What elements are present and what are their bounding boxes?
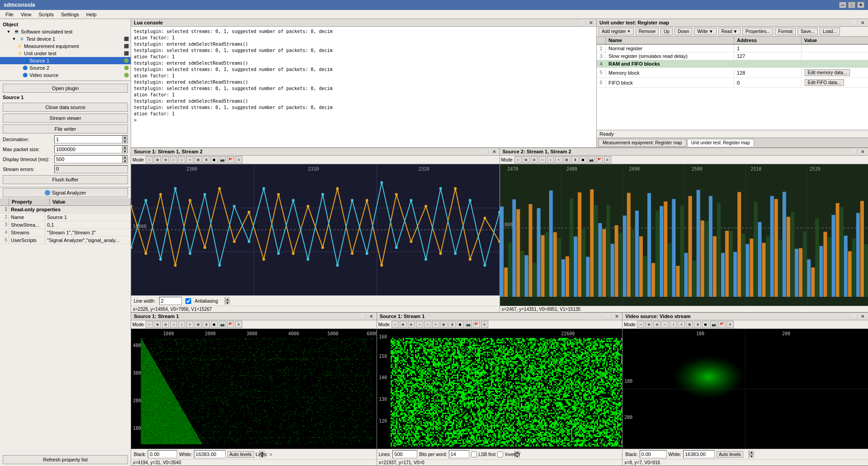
decimation-down[interactable]: ▼ — [122, 139, 127, 143]
chart3-tool-cam[interactable]: 📷 — [219, 321, 226, 328]
chart4-bits-input[interactable]: ▲ ▼ — [449, 450, 469, 458]
edit-fifo-button[interactable]: Edit FIFO data... — [805, 79, 844, 86]
line-width-up[interactable]: ▲ — [225, 297, 230, 301]
chart5-tool-flag[interactable]: 🚩 — [718, 321, 726, 328]
close-button[interactable]: ✕ — [857, 2, 864, 8]
write-button[interactable]: Write ▼ — [694, 28, 716, 35]
chart2-tool-4[interactable]: ↔ — [539, 156, 546, 163]
chart5-tool-6[interactable]: + — [678, 321, 685, 328]
chart3-tool-flag[interactable]: 🚩 — [227, 321, 234, 328]
chart5-tool-1[interactable]: ↔ — [637, 321, 644, 328]
display-timeout-input[interactable]: ▲ ▼ — [54, 155, 128, 163]
max-packet-input[interactable]: ▲ ▼ — [54, 145, 128, 153]
menu-help[interactable]: Help — [83, 11, 100, 18]
chart1-tool-4[interactable]: ↔ — [170, 156, 177, 163]
chart3-black-input[interactable]: ▲ ▼ — [148, 450, 177, 458]
display-timeout-up[interactable]: ▲ — [122, 156, 127, 159]
line-width-down[interactable]: ▼ — [225, 301, 230, 305]
register-detach-icon[interactable]: ⬜ — [851, 20, 858, 25]
decimation-up[interactable]: ▲ — [122, 136, 127, 139]
format-button[interactable]: Format — [775, 28, 796, 35]
chart5-tool-cam[interactable]: 📷 — [710, 321, 717, 328]
chart1-tool-3[interactable]: ⊖ — [162, 156, 169, 163]
chart3-tool-2[interactable]: ⊕ — [154, 321, 161, 328]
chart3-tool-stop[interactable]: ⏹ — [211, 321, 218, 328]
line-width-input[interactable]: ▲ ▼ — [159, 297, 182, 305]
chart4-tool-2[interactable]: ⊕ — [400, 321, 407, 328]
edit-memory-button[interactable]: Edit memory data... — [805, 69, 850, 76]
register-close-icon[interactable]: ✕ — [860, 20, 865, 25]
display-timeout-down[interactable]: ▼ — [122, 159, 127, 163]
open-plugin-button[interactable]: Open plugin — [3, 84, 128, 93]
chart4-tool-7[interactable]: ⊞ — [440, 321, 448, 328]
chart5-tool-stop[interactable]: ⏹ — [702, 321, 709, 328]
flush-buffer-button[interactable]: Flush buffer — [3, 175, 128, 184]
chart2-tool-stop[interactable]: ⏹ — [580, 156, 587, 163]
chart4-lines-input[interactable]: ▲ ▼ — [392, 450, 417, 458]
tree-item-unit[interactable]: ⚡ Unit under test ⬛ — [0, 50, 131, 57]
chart3-tool-pause[interactable]: ⏸ — [203, 321, 210, 328]
invert-y-checkbox[interactable] — [497, 452, 503, 457]
chart4-tool-4[interactable]: ↔ — [416, 321, 423, 328]
reg-row-2[interactable]: 2 Normal register 1 — [597, 45, 868, 52]
tree-item-source2[interactable]: 🔵 Source 2 🟢 — [0, 64, 131, 71]
chart4-close[interactable]: ✕ — [614, 314, 619, 319]
chart5-auto-levels[interactable]: Auto levels — [717, 451, 743, 458]
chart4-tool-1[interactable]: ↔ — [392, 321, 399, 328]
chart5-tool-stream[interactable]: ≡ — [726, 321, 734, 328]
menu-view[interactable]: View — [17, 11, 35, 18]
file-writer-button[interactable]: File writer — [3, 124, 128, 133]
reg-row-5[interactable]: 5 Memory block 128 Edit memory data... — [597, 68, 868, 78]
decimation-value[interactable] — [55, 136, 122, 143]
menu-file[interactable]: File — [2, 11, 17, 18]
chart3-tool-1[interactable]: ↔ — [146, 321, 153, 328]
chart3-tool-6[interactable]: + — [186, 321, 193, 328]
chart5-tool-3[interactable]: ⊖ — [653, 321, 660, 328]
register-tab-measurement[interactable]: Measurement equipment: Register map — [599, 139, 686, 147]
load-button[interactable]: Load... — [820, 28, 840, 35]
chart5-white-input[interactable]: ▲ ▼ — [683, 450, 715, 458]
chart4-tool-flag[interactable]: 🚩 — [473, 321, 480, 328]
chart5-tool-7[interactable]: ⊞ — [686, 321, 693, 328]
chart1-tool-stream[interactable]: ≡ — [235, 156, 242, 163]
chart2-tool-2[interactable]: ⊕ — [523, 156, 530, 163]
lua-close-icon[interactable]: ✕ — [588, 20, 594, 25]
chart2-detach[interactable]: ⬜ — [851, 149, 858, 154]
signal-analyzer-button[interactable]: Signal Analyzer — [3, 188, 128, 197]
max-packet-down[interactable]: ▼ — [122, 149, 127, 153]
chart5-tool-4[interactable]: ↔ — [661, 321, 669, 328]
chart1-detach[interactable]: ⬜ — [482, 149, 490, 154]
chart5-white-down[interactable]: ▼ — [749, 454, 754, 458]
lsb-first-checkbox[interactable] — [471, 452, 477, 457]
up-button[interactable]: Up — [660, 28, 673, 35]
read-button[interactable]: Read ▼ — [718, 28, 741, 35]
reg-row-6[interactable]: 6 FIFO block 0 Edit FIFO data... — [597, 78, 868, 88]
chart3-tool-stream[interactable]: ≡ — [235, 321, 242, 328]
add-register-button[interactable]: Add register ▼ — [599, 28, 634, 35]
down-button[interactable]: Down — [675, 28, 693, 35]
display-timeout-value[interactable] — [55, 156, 122, 163]
tree-item-software-test[interactable]: ▼ 💻 Software simulated test — [0, 28, 131, 35]
chart4-tool-6[interactable]: + — [432, 321, 439, 328]
chart5-detach[interactable]: ⬜ — [851, 314, 858, 319]
tree-item-test-device[interactable]: ▼ 🖥 Test device 1 ⬛ — [0, 35, 131, 43]
chart3-white-input[interactable]: ▲ ▼ — [194, 450, 226, 458]
chart4-tool-stream[interactable]: ≡ — [481, 321, 488, 328]
chart1-tool-flag[interactable]: 🚩 — [227, 156, 234, 163]
antialiasing-checkbox[interactable] — [185, 298, 191, 304]
chart2-tool-5[interactable]: ↕ — [547, 156, 554, 163]
tree-item-source1[interactable]: 🔵 Source 1 🟢 — [0, 57, 131, 64]
chart1-tool-7[interactable]: ⊞ — [194, 156, 202, 163]
chart1-tool-stop[interactable]: ⏹ — [211, 156, 218, 163]
chart1-tool-pause[interactable]: ⏸ — [203, 156, 210, 163]
properties-button[interactable]: Properties... — [742, 28, 773, 35]
chart3-arrow[interactable]: » — [269, 452, 272, 457]
chart5-close[interactable]: ✕ — [860, 314, 865, 319]
chart3-tool-7[interactable]: ⊞ — [194, 321, 202, 328]
chart1-tool-6[interactable]: + — [186, 156, 193, 163]
reg-row-3[interactable]: 3 Slow register (simulates read delay) 1… — [597, 52, 868, 60]
chart1-close[interactable]: ✕ — [491, 149, 497, 154]
chart1-tool-1[interactable]: ↔ — [146, 156, 153, 163]
chart1-tool-2[interactable]: ⊕ — [154, 156, 161, 163]
prop-row-showstrea[interactable]: 3 ShowStrea... 0,1 — [0, 221, 131, 229]
